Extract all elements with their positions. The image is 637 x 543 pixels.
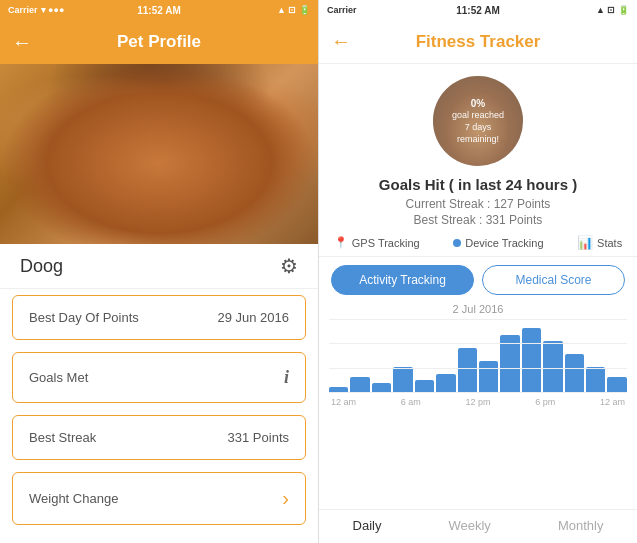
right-panel: Carrier 11:52 AM ▲ ⊡ 🔋 ← Fitness Tracker… [318, 0, 637, 543]
carrier-right: Carrier [327, 5, 357, 15]
chart-container [329, 319, 627, 409]
info-icon: i [284, 367, 289, 388]
goals-met-label: Goals Met [29, 370, 88, 385]
chart-bar [329, 387, 348, 394]
chart-bar [372, 383, 391, 393]
activity-tracking-button[interactable]: Activity Tracking [331, 265, 474, 295]
current-streak: Current Streak : 127 Points [379, 197, 577, 211]
chart-bar [393, 367, 412, 393]
time-tab-monthly[interactable]: Monthly [550, 516, 612, 535]
goals-title: Goals Hit ( in last 24 hours ) [379, 176, 577, 193]
gps-tab-label: GPS Tracking [352, 237, 420, 249]
time-tabs: DailyWeeklyMonthly [319, 509, 637, 543]
medical-score-button[interactable]: Medical Score [482, 265, 625, 295]
chart-bar [543, 341, 562, 393]
best-day-value: 29 Jun 2016 [217, 310, 289, 325]
gps-icon: 📍 [334, 236, 348, 249]
best-streak-card[interactable]: Best Streak 331 Points [12, 415, 306, 460]
battery-right: ▲ ⊡ 🔋 [596, 5, 629, 15]
device-dot [453, 239, 461, 247]
chart-bar [479, 361, 498, 394]
chart-bar [586, 367, 605, 393]
back-button-left[interactable]: ← [12, 31, 32, 54]
settings-icon[interactable]: ⚙ [280, 254, 298, 278]
weight-change-label: Weight Change [29, 491, 118, 506]
fitness-content: 0% goal reached 7 days remaining! Goals … [319, 64, 637, 229]
chart-bar [500, 335, 519, 394]
chart-bar [436, 374, 455, 394]
best-day-card[interactable]: Best Day Of Points 29 Jun 2016 [12, 295, 306, 340]
status-bar-left: Carrier ▾ ●●● 11:52 AM ▲ ⊡ 🔋 [0, 0, 318, 20]
chart-bar [458, 348, 477, 394]
back-button-right[interactable]: ← [331, 30, 351, 53]
best-day-label: Best Day Of Points [29, 310, 139, 325]
goals-section: Goals Hit ( in last 24 hours ) Current S… [379, 176, 577, 229]
time-tab-daily[interactable]: Daily [345, 516, 390, 535]
goals-met-card[interactable]: Goals Met i [12, 352, 306, 403]
chart-area: 2 Jul 2016 12 am6 am12 pm6 pm12 am [319, 303, 637, 509]
best-streak-right: Best Streak : 331 Points [379, 213, 577, 227]
header-left: ← Pet Profile [0, 20, 318, 64]
tab-device[interactable]: Device Tracking [453, 237, 543, 249]
left-panel: Carrier ▾ ●●● 11:52 AM ▲ ⊡ 🔋 ← Pet Profi… [0, 0, 318, 543]
time-right: 11:52 AM [456, 5, 500, 16]
chevron-right-icon: › [282, 487, 289, 510]
tab-stats[interactable]: 📊 Stats [577, 235, 622, 250]
chart-date: 2 Jul 2016 [329, 303, 627, 315]
weight-change-card[interactable]: Weight Change › [12, 472, 306, 525]
chart-bar [607, 377, 626, 393]
chart-bar [415, 380, 434, 393]
activity-buttons: Activity Tracking Medical Score [319, 257, 637, 303]
device-tab-label: Device Tracking [465, 237, 543, 249]
best-streak-label: Best Streak [29, 430, 96, 445]
stats-tab-label: Stats [597, 237, 622, 249]
status-right-left: ▲ ⊡ 🔋 [277, 5, 310, 15]
best-streak-value: 331 Points [228, 430, 289, 445]
tracking-tabs: 📍 GPS Tracking Device Tracking 📊 Stats [319, 229, 637, 257]
status-bar-right: Carrier 11:52 AM ▲ ⊡ 🔋 [319, 0, 637, 20]
circular-inner: 0% goal reached 7 days remaining! [452, 97, 504, 146]
page-title-left: Pet Profile [117, 32, 201, 52]
chart-bar [565, 354, 584, 393]
pet-name: Doog [20, 256, 63, 277]
stats-icon: 📊 [577, 235, 593, 250]
pet-info-row: Doog ⚙ [0, 244, 318, 289]
dog-image-overlay [0, 64, 318, 244]
chart-bar [522, 328, 541, 393]
carrier-left: Carrier ▾ ●●● [8, 5, 64, 15]
progress-text: 0% goal reached 7 days remaining! [452, 97, 504, 146]
page-title-right: Fitness Tracker [416, 32, 541, 52]
tab-gps[interactable]: 📍 GPS Tracking [334, 236, 420, 249]
time-left: 11:52 AM [137, 5, 181, 16]
chart-bar [350, 377, 369, 393]
header-right: ← Fitness Tracker [319, 20, 637, 64]
time-tab-weekly[interactable]: Weekly [440, 516, 498, 535]
pet-image [0, 64, 318, 244]
circular-progress: 0% goal reached 7 days remaining! [433, 76, 523, 166]
